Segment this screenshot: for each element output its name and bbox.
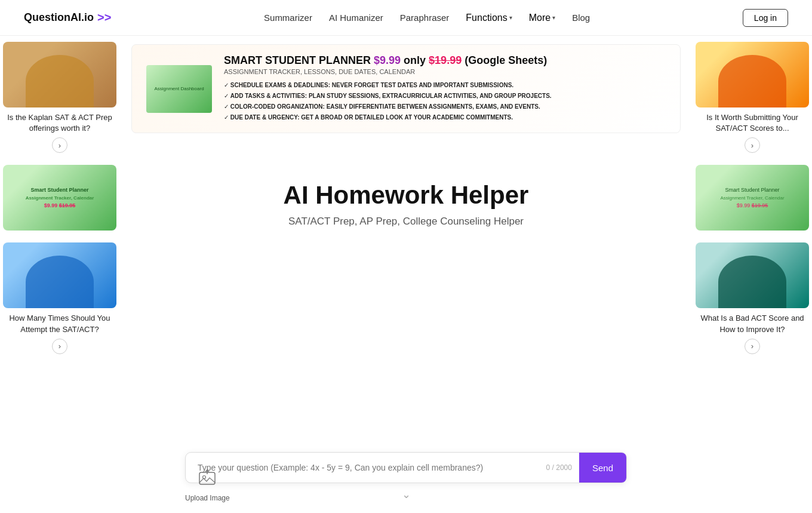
input-bar-container: Upload Image 0 / 2000 Send ⌄ — [0, 443, 812, 513]
nav-more[interactable]: More ▾ — [529, 13, 555, 23]
main-layout: Is the Kaplan SAT & ACT Prep offerings w… — [0, 36, 812, 513]
more-chevron-icon: ▾ — [552, 14, 555, 21]
right-card-bad-act-arrow[interactable]: › — [696, 339, 809, 354]
banner-only-label: only — [404, 54, 429, 66]
upload-area[interactable]: Upload Image — [185, 469, 230, 502]
person-shape4 — [718, 256, 786, 308]
banner-bullets: ✓ SCHEDULE EXAMS & DEADLINES: NEVER FORG… — [224, 80, 666, 123]
right-card-planner-img: Smart Student PlannerAssignment Tracker,… — [696, 165, 809, 231]
person-shape — [26, 55, 94, 107]
char-count: 0 / 2000 — [546, 463, 572, 472]
arrow-circle-icon3: › — [745, 137, 760, 153]
left-card-how-many-title: How Many Times Should You Attempt the SA… — [3, 313, 116, 334]
logo-icon: >> — [97, 11, 111, 24]
hero-section: AI Homework Helper SAT/ACT Prep, AP Prep… — [284, 181, 529, 228]
banner-subtitle: ASSIGNMENT TRACKER, LESSONS, DUE DATES, … — [224, 68, 666, 75]
left-card-kaplan-img — [3, 42, 116, 107]
person-shape3 — [718, 55, 786, 107]
left-card-kaplan-title: Is the Kaplan SAT & ACT Prep offerings w… — [3, 112, 116, 134]
arrow-circle-icon2: › — [52, 339, 67, 354]
upload-image-icon — [198, 469, 216, 492]
left-card-kaplan[interactable]: Is the Kaplan SAT & ACT Prep offerings w… — [3, 42, 116, 153]
right-card-worth-title: Is It Worth Submitting Your SAT/ACT Scor… — [696, 112, 809, 134]
banner-bullet-3: ✓ DUE DATE & URGENCY: GET A BROAD OR DET… — [224, 112, 666, 123]
right-card-bad-act[interactable]: What Is a Bad ACT Score and How to Impro… — [696, 242, 809, 354]
right-card-worth-arrow[interactable]: › — [696, 137, 809, 153]
planner-img-content: Smart Student PlannerAssignment Tracker,… — [26, 186, 94, 209]
banner-price-original: $19.99 — [429, 54, 462, 66]
arrow-circle-icon4: › — [745, 339, 760, 354]
banner-price-highlight: $9.99 — [374, 54, 404, 66]
right-sidebar: Is It Worth Submitting Your SAT/ACT Scor… — [693, 36, 812, 513]
left-card-planner-img: Smart Student PlannerAssignment Tracker,… — [3, 165, 116, 231]
banner-bullet-2: ✓ COLOR-CODED ORGANIZATION: EASILY DIFFE… — [224, 102, 666, 112]
center-content: Assignment Dashboard SMART STUDENT PLANN… — [119, 36, 693, 513]
nav-paraphraser[interactable]: Paraphraser — [400, 13, 450, 23]
left-card-kaplan-arrow[interactable]: › — [3, 137, 116, 153]
arrow-circle-icon: › — [52, 137, 67, 153]
navbar: QuestionAI.io >> Summarizer AI Humanizer… — [0, 0, 812, 36]
logo[interactable]: QuestionAI.io >> — [24, 11, 111, 24]
planner-right-img-content: Smart Student PlannerAssignment Tracker,… — [720, 186, 784, 209]
left-card-how-many-arrow[interactable]: › — [3, 339, 116, 354]
banner-google-label: (Google Sheets) — [465, 54, 547, 66]
upload-label: Upload Image — [185, 494, 230, 502]
left-sidebar: Is the Kaplan SAT & ACT Prep offerings w… — [0, 36, 119, 513]
hero-title: AI Homework Helper — [284, 181, 529, 210]
send-button[interactable]: Send — [579, 453, 626, 483]
nav-links: Summarizer AI Humanizer Paraphraser Func… — [264, 13, 590, 23]
input-bar: 0 / 2000 Send — [185, 452, 627, 483]
left-card-how-many-img — [3, 242, 116, 308]
right-card-planner[interactable]: Smart Student PlannerAssignment Tracker,… — [696, 165, 809, 231]
banner[interactable]: Assignment Dashboard SMART STUDENT PLANN… — [131, 44, 681, 133]
left-card-planner[interactable]: Smart Student PlannerAssignment Tracker,… — [3, 165, 116, 231]
right-card-worth[interactable]: Is It Worth Submitting Your SAT/ACT Scor… — [696, 42, 809, 153]
question-input[interactable] — [198, 463, 539, 472]
scroll-down-icon[interactable]: ⌄ — [402, 488, 411, 501]
banner-bullet-0: ✓ SCHEDULE EXAMS & DEADLINES: NEVER FORG… — [224, 80, 666, 91]
person-shape2 — [26, 256, 94, 308]
banner-bullet-1: ✓ ADD TASKS & ACTIVITIES: PLAN STUDY SES… — [224, 91, 666, 102]
logo-text: QuestionAI.io — [24, 11, 94, 24]
nav-blog[interactable]: Blog — [572, 13, 590, 23]
banner-text: SMART STUDENT PLANNER $9.99 only $19.99 … — [224, 54, 666, 123]
banner-image: Assignment Dashboard — [146, 65, 212, 113]
nav-summarizer[interactable]: Summarizer — [264, 13, 312, 23]
hero-subtitle: SAT/ACT Prep, AP Prep, College Counselin… — [284, 216, 529, 228]
svg-point-1 — [203, 476, 206, 479]
login-button[interactable]: Log in — [743, 9, 788, 27]
nav-functions[interactable]: Functions ▾ — [466, 13, 512, 23]
right-card-bad-act-img — [696, 242, 809, 308]
banner-title-text: SMART STUDENT PLANNER — [224, 54, 371, 66]
right-card-worth-img — [696, 42, 809, 107]
nav-ai-humanizer[interactable]: AI Humanizer — [329, 13, 383, 23]
functions-chevron-icon: ▾ — [509, 14, 512, 21]
right-card-bad-act-title: What Is a Bad ACT Score and How to Impro… — [696, 313, 809, 334]
left-card-how-many[interactable]: How Many Times Should You Attempt the SA… — [3, 242, 116, 354]
